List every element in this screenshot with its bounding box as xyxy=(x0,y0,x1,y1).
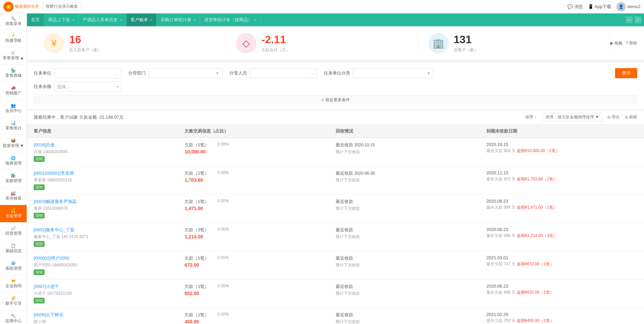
debt-amount-3[interactable]: 1,214.00 xyxy=(185,234,209,239)
tab-minimize-btn[interactable]: — xyxy=(626,17,633,23)
logo-text: 畅捷通好生意 xyxy=(15,4,39,9)
remaining-select[interactable]: 选择... xyxy=(54,82,121,92)
user-menu[interactable]: 👤 demo2 xyxy=(616,2,641,11)
from-unit-input[interactable]: ... xyxy=(54,68,121,78)
recovery-info-2: 最近收款 预计下次收款 xyxy=(336,199,486,211)
sidebar-item-sys-mgmt[interactable]: ⚙️ 系统管理 xyxy=(0,258,27,275)
debt-label-3: 欠款（3笔） xyxy=(185,227,209,233)
debt-amount-0[interactable]: 10,000.00 xyxy=(185,149,209,154)
refresh-label: 刷新 xyxy=(629,114,637,120)
search-btn[interactable]: 查询 xyxy=(615,68,637,78)
overdue-link-2[interactable]: 超期¥1,471.00（1笔） xyxy=(517,205,557,210)
debt-amount-2[interactable]: 1,471.00 xyxy=(185,206,209,211)
video-btn[interactable]: ▶ 视频 xyxy=(610,40,622,46)
overdue-link-1[interactable]: 超期¥1,703.68（1笔） xyxy=(517,177,557,181)
sidebar-item-ecommerce[interactable]: 🌐 电商管理 xyxy=(0,152,27,170)
sidebar-item-marketing[interactable]: 📣 营销推广 xyxy=(0,82,27,100)
debt-label-1: 欠款（1笔） xyxy=(185,170,209,176)
overdue-link-4[interactable]: 超期¥672.00（1笔） xyxy=(517,262,554,266)
overdue-link-6[interactable]: 超期¥455.90（1笔） xyxy=(517,318,554,323)
branch-dept-input[interactable]: ▼ xyxy=(148,68,223,78)
tab-purchase-stats[interactable]: 采购订单统计表 × xyxy=(157,13,200,26)
sidebar-item-retail-mgmt[interactable]: 🛒 零售管理 ▲ xyxy=(0,47,27,65)
app-download-btn[interactable]: 📱 App下载 xyxy=(588,4,611,10)
due-info-0: 2020.10.15 最长欠款 884 天 超期¥10,000.00（1笔） xyxy=(486,142,637,154)
customer-contact-0: 吕俊 13026203696 xyxy=(34,149,185,155)
customer-name-2[interactable]: [0003]畅捷服务尹海蕊 xyxy=(34,199,185,205)
sort-select[interactable]: 排序：按欠款金额倒序排序 ▼ xyxy=(542,113,602,121)
recovery-label-0: 最近收款 xyxy=(336,142,353,147)
tab-maximize-btn[interactable]: ⤢ xyxy=(635,17,641,23)
customer-info-5: [0007]小进干 小进干 18279152100 现销 xyxy=(34,284,185,303)
sidebar-item-apps[interactable]: 🔧 应用中心 xyxy=(0,310,27,324)
tab-product-shelf[interactable]: 商品上下架 × xyxy=(44,13,79,26)
sidebar-item-quick-nav[interactable]: ⚡ 快捷导航 xyxy=(0,30,27,47)
debt-amount-5[interactable]: 652.00 xyxy=(185,291,209,296)
branch-person-input[interactable]: ... xyxy=(250,68,317,78)
tab-close-inbound-stats[interactable]: × xyxy=(254,18,256,22)
sidebar-item-guide[interactable]: 🧭 新手引导 xyxy=(0,293,27,310)
sidebar-item-ops[interactable]: 📈 经营管理 xyxy=(0,223,27,240)
stat-content-debt: -2.11 欠款合计（万） xyxy=(261,33,290,53)
sidebar-item-inventory[interactable]: 🏭 库存核算 xyxy=(0,187,27,205)
sidebar-search[interactable]: 🔍 搜索菜单 xyxy=(0,13,27,30)
table-header: 客户信息 欠账交易信息（占比） 回收情况 到期未收款日期 xyxy=(27,125,644,138)
customer-name-1[interactable]: [0001020001]李老师 xyxy=(34,170,185,176)
search-label: 搜索菜单 xyxy=(2,21,25,27)
avatar: 👤 xyxy=(616,2,626,11)
overdue-link-5[interactable]: 超期¥652.00（1笔） xyxy=(517,290,554,295)
tab-close-product-history[interactable]: × xyxy=(120,18,122,22)
customer-name-3[interactable]: [0002]服务中心_丁磊 xyxy=(34,227,185,233)
sidebar-item-enterprise[interactable]: 🤝 企业协同 xyxy=(0,275,27,293)
sidebar-item-purchase[interactable]: 🛍️ 采购管理 xyxy=(0,170,27,187)
unit-category-label: 往来单位分类 xyxy=(324,70,350,76)
debt-percent-4: 0.00% xyxy=(217,255,229,260)
recovery-next-1: 预计下次收款 xyxy=(336,177,486,183)
result-bar: 搜索结果中，客户16家 欠款金额 -21,148.07元 排序： 排序：按欠款金… xyxy=(27,110,644,124)
org-selector[interactable]: 母婴行业演示账套 xyxy=(43,3,81,10)
message-icon: 💬 xyxy=(567,4,573,9)
table-row: [0003]畅捷服务尹海蕊 海燕 18513066976 现销 欠款（1笔） 1… xyxy=(27,195,644,223)
tab-label: 产成品入库单历史 xyxy=(83,17,118,23)
collapse-icon: ∧ xyxy=(321,97,326,102)
stat-card-overdue-customers: ¥ 16 总欠款客户（家） xyxy=(34,33,226,53)
tab-label: 采购订单统计表 xyxy=(161,17,191,23)
tab-label: 客户账本 xyxy=(131,17,148,23)
sidebar-item-retail-store[interactable]: 🏪 零售商城 xyxy=(0,65,27,82)
result-summary: 搜索结果中，客户16家 欠款金额 -21,148.07元 xyxy=(34,115,123,120)
tab-inbound-stats[interactable]: 进货单统计表（按商品） × xyxy=(200,13,261,26)
sidebar-item-base-info[interactable]: 📋 基础信息 xyxy=(0,240,27,258)
customer-info-1: [0001020001]李老师 李老师 18600391516 现销 xyxy=(34,170,185,190)
help-btn[interactable]: ? 帮助 xyxy=(626,40,637,46)
collapse-row[interactable]: ∧ 收起更多条件 xyxy=(34,95,637,105)
message-btn[interactable]: 💬 消息 xyxy=(567,4,583,10)
customer-name-5[interactable]: [0007]小进干 xyxy=(34,284,185,290)
export-btn[interactable]: ⊙ 导出 xyxy=(607,114,620,120)
result-info: 搜索结果中，客户16家 欠款金额 -21,148.07元 xyxy=(34,114,123,120)
due-info-3: 2020.06.23 最长欠款 998 天 超期¥1,214.00（3笔） xyxy=(486,227,637,239)
sidebar-item-batch-mgmt[interactable]: 📦 批发管理 ▼ xyxy=(0,135,27,152)
tab-close-product-shelf[interactable]: × xyxy=(72,18,74,22)
debt-amount-4[interactable]: 672.00 xyxy=(185,262,209,268)
sort-label: 排序： xyxy=(525,114,537,120)
tab-product-history[interactable]: 产成品入库单历史 × xyxy=(79,13,126,26)
filter-row-1: 往来单位 ... 分管部门 ▼ 分管人员 ... 往来单位分类 xyxy=(34,68,637,78)
tab-customer-account[interactable]: 客户账本 × xyxy=(127,13,157,26)
tab-close-customer-account[interactable]: × xyxy=(150,18,152,22)
customer-name-6[interactable]: [0006]云下粮仓 xyxy=(34,312,185,318)
overdue-link-3[interactable]: 超期¥1,214.00（3笔） xyxy=(517,233,557,238)
customer-name-4[interactable]: [000002]用户2050 xyxy=(34,255,185,261)
tab-close-purchase-stats[interactable]: × xyxy=(193,18,195,22)
sidebar-item-member[interactable]: 👥 会员中心 xyxy=(0,100,27,117)
debt-amount-6[interactable]: 455.90 xyxy=(185,319,209,324)
customer-name-0[interactable]: [0016]吕俊 xyxy=(34,142,185,148)
overdue-link-0[interactable]: 超期¥10,000.00（1笔） xyxy=(517,148,560,153)
tab-home-label: 首页 xyxy=(31,17,40,23)
tab-home[interactable]: 首页 xyxy=(27,13,44,26)
debt-amount-1[interactable]: 1,703.68 xyxy=(185,177,209,183)
table-body: [0016]吕俊 吕俊 13026203696 现销 欠款（1笔） 10,000… xyxy=(27,138,644,324)
sidebar-item-retail-stats[interactable]: 📊 零售统计 xyxy=(0,117,27,135)
unit-category-input[interactable]: ▼ xyxy=(353,68,434,78)
refresh-btn[interactable]: ⊙ 刷新 xyxy=(625,114,637,120)
sidebar-item-finance[interactable]: 💰 资金管理 xyxy=(0,205,27,223)
